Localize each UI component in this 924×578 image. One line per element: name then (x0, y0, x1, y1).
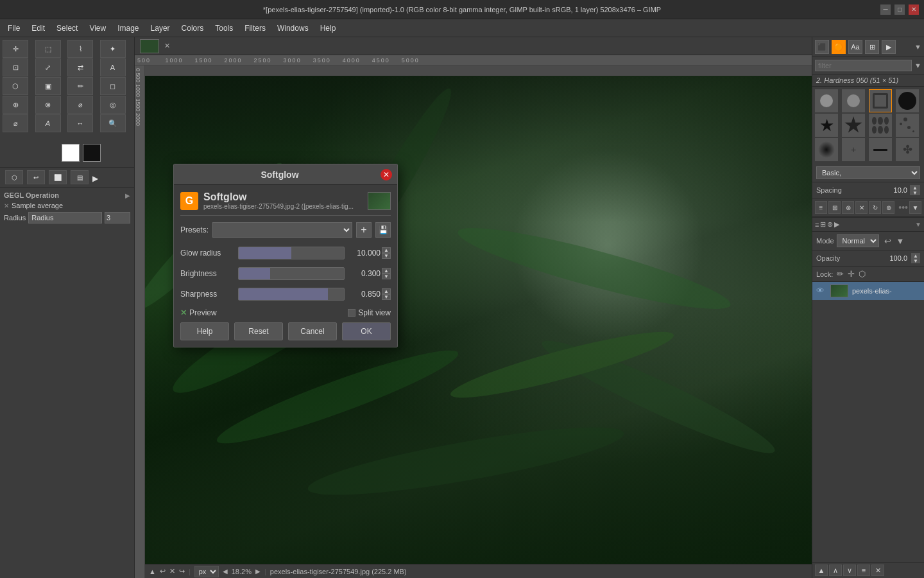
panel-tool-4[interactable]: ✕ (855, 201, 868, 214)
menu-windows[interactable]: Windows (272, 21, 314, 35)
tool-text2[interactable]: A (35, 114, 61, 132)
background-color-swatch[interactable] (62, 144, 80, 162)
maximize-button[interactable]: □ (894, 4, 905, 15)
brush-cell-3[interactable] (869, 89, 892, 112)
menu-layer[interactable]: Layer (146, 21, 175, 35)
panel-orange-icon[interactable]: 🟠 (832, 40, 846, 54)
mode-select[interactable]: Normal (837, 234, 879, 247)
tool-move[interactable]: ✛ (3, 40, 28, 58)
view-btn[interactable]: ▤ (71, 170, 89, 184)
tool-smudge[interactable]: ⌀ (67, 96, 93, 114)
brush-cell-1[interactable] (815, 89, 838, 112)
brush-cell-12[interactable]: ✤ (896, 138, 919, 161)
lock-alpha-icon[interactable]: ⬡ (859, 269, 866, 279)
tool-gradient[interactable]: ▣ (35, 77, 61, 95)
tool-pencil[interactable]: ✏ (67, 77, 93, 95)
layers-menu-icon[interactable]: ▼ (915, 221, 921, 228)
softglow-dialog[interactable]: Softglow ✕ G Softglow pexels-elias-tigis… (173, 164, 398, 347)
sharpness-slider[interactable] (238, 288, 345, 301)
panel-aa-icon[interactable]: Aa (848, 40, 862, 54)
spacing-down[interactable]: ▼ (910, 190, 920, 195)
zoom-decrease[interactable]: ◀ (223, 568, 228, 575)
filter-chevron[interactable]: ▼ (914, 62, 921, 69)
panel-tool-5[interactable]: ↻ (869, 201, 881, 214)
foreground-color-swatch[interactable] (83, 144, 101, 162)
menu-view[interactable]: View (84, 21, 111, 35)
opacity-down[interactable]: ▼ (911, 258, 920, 263)
menu-help[interactable]: Help (315, 21, 341, 35)
brightness-down[interactable]: ▼ (382, 274, 391, 279)
brightness-slider[interactable] (238, 267, 345, 280)
tool-zoom[interactable]: 🔍 (100, 114, 126, 132)
status-redo-btn[interactable]: ↪ (179, 567, 185, 575)
brush-cell-2[interactable] (842, 89, 865, 112)
gegl-collapse-icon[interactable]: ▶ (125, 192, 130, 199)
brightness-up[interactable]: ▲ (382, 268, 391, 274)
presets-add-button[interactable]: + (356, 222, 372, 238)
close-button[interactable]: ✕ (909, 4, 919, 15)
undo-btn[interactable]: ↩ (27, 170, 45, 184)
brush-cell-4[interactable] (896, 89, 919, 112)
brush-type-select[interactable]: Basic, (816, 166, 920, 179)
ok-button[interactable]: OK (342, 322, 391, 340)
lock-paint-icon[interactable]: ✏ (837, 269, 844, 279)
brush-cell-5[interactable]: ★ (815, 114, 838, 137)
dialog-close-button[interactable]: ✕ (381, 169, 392, 180)
panel-menu-chevron[interactable]: ▼ (914, 43, 921, 51)
menu-colors[interactable]: Colors (176, 21, 209, 35)
brush-cell-11[interactable] (869, 138, 892, 161)
layers-footer-3[interactable]: ∨ (843, 565, 856, 576)
menu-filters[interactable]: Filters (239, 21, 271, 35)
menu-tools[interactable]: Tools (210, 21, 238, 35)
tool-dodge[interactable]: ◎ (100, 96, 126, 114)
tool-flip[interactable]: ⇄ (67, 58, 93, 76)
panel-tools-icon[interactable]: ⬛ (815, 40, 829, 54)
tool-crop[interactable]: ⊡ (3, 58, 28, 76)
panel-tool-6[interactable]: ⊕ (882, 201, 894, 214)
presets-save-button[interactable]: 💾 (375, 222, 391, 238)
tool-lasso[interactable]: ⌇ (67, 40, 93, 58)
panel-menu-btn[interactable]: ▼ (909, 201, 921, 214)
menu-select[interactable]: Select (51, 21, 83, 35)
tool-text[interactable]: A (100, 58, 126, 76)
status-undo-btn[interactable]: ↩ (160, 567, 166, 575)
sharpness-down[interactable]: ▼ (382, 294, 391, 300)
sharpness-up[interactable]: ▲ (382, 288, 391, 294)
glow-radius-slider[interactable] (238, 247, 345, 259)
panel-pattern-icon[interactable]: ⊞ (865, 40, 879, 54)
presets-select[interactable] (212, 222, 352, 238)
tool-paths[interactable]: ⌀ (3, 114, 28, 132)
reset-button[interactable]: Reset (234, 322, 283, 340)
lock-move-icon[interactable]: ✛ (848, 269, 855, 279)
canvas-tab-close[interactable]: ✕ (164, 42, 170, 50)
panel-expand-icon[interactable]: ▶ (882, 40, 896, 54)
tool-bucket[interactable]: ⬡ (3, 77, 28, 95)
layer-item[interactable]: 👁 pexels-elias- (812, 282, 924, 300)
menu-edit[interactable]: Edit (26, 21, 50, 35)
gegl-radius-spin[interactable] (105, 212, 130, 223)
mode-undo-icon[interactable]: ↩ (884, 236, 891, 246)
brush-cell-9[interactable] (815, 138, 838, 161)
preview-checkbox-label[interactable]: ✕ Preview (180, 308, 217, 317)
brush-cell-8[interactable] (896, 114, 919, 137)
status-up-btn[interactable]: ▲ (149, 568, 156, 575)
quick-mask-btn[interactable]: ⬡ (5, 170, 23, 184)
panel-tool-1[interactable]: ≡ (815, 201, 827, 214)
menu-file[interactable]: File (3, 21, 25, 35)
mode-chevron-icon[interactable]: ▼ (896, 236, 905, 246)
gegl-param-select[interactable] (28, 212, 102, 223)
layers-footer-1[interactable]: ▲ (815, 565, 828, 576)
tool-fuzzy-select[interactable]: ✦ (100, 40, 126, 58)
unit-select[interactable]: px (194, 566, 219, 577)
split-view-label[interactable]: Split view (348, 308, 391, 317)
panel-tool-3[interactable]: ⊗ (842, 201, 854, 214)
glow-radius-down[interactable]: ▼ (382, 253, 391, 259)
minimize-button[interactable]: ─ (880, 4, 891, 15)
glow-radius-up[interactable]: ▲ (382, 247, 391, 253)
panel-tool-2[interactable]: ⊞ (828, 201, 841, 214)
brush-cell-6[interactable] (842, 114, 865, 137)
help-button[interactable]: Help (180, 322, 229, 340)
status-close-btn[interactable]: ✕ (169, 567, 175, 575)
tool-measure[interactable]: ↔ (67, 114, 93, 132)
cancel-button[interactable]: Cancel (288, 322, 337, 340)
